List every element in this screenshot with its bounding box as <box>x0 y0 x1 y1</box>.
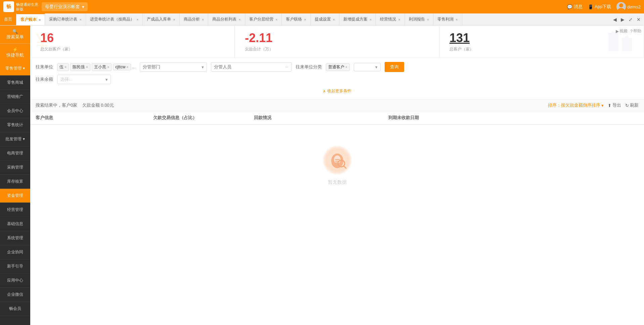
tab-inbound-stats[interactable]: 进货单统计表（按商品） × <box>86 13 143 25</box>
sidebar-item-wechat[interactable]: 企业微信 <box>0 288 30 302</box>
dept-selector[interactable]: 分管部门 ▾ <box>140 62 207 72</box>
tab-close-icon[interactable]: × <box>239 17 241 22</box>
sidebar-item-member[interactable]: 畅会员 <box>0 302 30 316</box>
result-right: 排序：按欠款金额倒序排序 ▾ ⬆ 导出 ↻ 刷新 <box>548 102 639 108</box>
tab-profit-report[interactable]: 利润报告 × <box>405 13 433 25</box>
tab-home[interactable]: 首页 <box>0 13 16 25</box>
svg-text:+: + <box>252 37 257 47</box>
logo-area: 畅 畅捷通好生意 标版 <box>3 1 38 12</box>
tab-prev-arrow[interactable]: ◀ <box>612 16 618 23</box>
tab-close-icon[interactable]: × <box>427 17 429 22</box>
sidebar: 🔍 搜索菜单 ⚡ 快捷导航 零售管理 ▾ 零售商城 营销推广 会员中心 零售统计… <box>0 26 30 325</box>
tab-close-all-icon[interactable]: ✕ <box>635 16 642 23</box>
balance-selector[interactable]: 选择... ▾ <box>57 75 111 84</box>
sidebar-item-operation[interactable]: 经营管理 <box>0 203 30 217</box>
sidebar-item-finance[interactable]: 资金管理 <box>0 189 30 203</box>
help-button[interactable]: ? 帮助 <box>630 28 641 34</box>
sidebar-item-newuser[interactable]: 新手引导 <box>0 259 30 274</box>
sidebar-item-appcenter[interactable]: 应用中心 <box>0 274 30 288</box>
stat-label-total: 总客户（家） <box>449 46 634 52</box>
sidebar-item-marketing[interactable]: 营销推广 <box>0 90 30 104</box>
tab-close-icon[interactable]: × <box>136 17 138 22</box>
help-icon: ? <box>630 29 633 34</box>
tag-close-wu[interactable]: × <box>65 65 67 69</box>
person-more-icon: ··· <box>286 65 289 69</box>
app-download-button[interactable]: 📱 App下载 <box>588 4 611 10</box>
user-avatar[interactable]: demo2 <box>616 2 641 11</box>
tab-close-icon[interactable]: × <box>39 18 41 22</box>
tab-purchase-order[interactable]: 采购订单统计表 × <box>45 13 86 25</box>
sidebar-item-purchase[interactable]: 采购管理 <box>0 160 30 175</box>
sidebar-item-wholesale[interactable]: 批发管理 ▾ <box>0 132 30 146</box>
sidebar-item-member-center[interactable]: 会员中心 <box>0 104 30 118</box>
tab-close-icon[interactable]: × <box>202 17 204 22</box>
person-selector[interactable]: 分管人员 ··· <box>211 62 292 72</box>
tab-close-icon[interactable]: × <box>304 17 306 22</box>
tab-customer-contact[interactable]: 客户联络 × <box>282 13 310 25</box>
tab-new-commission[interactable]: 新增提成方案 × <box>339 13 376 25</box>
tab-label: 商品分析列表 <box>212 16 237 22</box>
tag-close-chen[interactable]: × <box>86 65 88 69</box>
sidebar-item-system[interactable]: 系统管理 <box>0 231 30 245</box>
tag-close-wang[interactable]: × <box>107 65 109 69</box>
refresh-button[interactable]: ↻ 刷新 <box>625 102 639 108</box>
tab-label: 采购订单统计表 <box>49 16 77 22</box>
home-tab-label: 首页 <box>4 16 12 22</box>
dept-dropdown-icon: ▾ <box>202 65 204 70</box>
tab-close-icon[interactable]: × <box>398 17 400 22</box>
video-help-button[interactable]: ▶ 视频 <box>616 28 628 34</box>
refresh-icon: ↻ <box>625 103 629 108</box>
category-selector[interactable]: ▾ <box>354 63 381 71</box>
tab-operation[interactable]: 经营情况 × <box>376 13 404 25</box>
sidebar-item-retail-mall[interactable]: 零售商城 <box>0 76 30 90</box>
tab-retail-profit[interactable]: 零售利润 × <box>433 13 462 25</box>
svg-rect-5 <box>622 38 632 51</box>
collapse-button[interactable]: ∧ 收起更多条件 <box>36 87 639 95</box>
company-selector[interactable]: 母婴行业演示帐套 ▾ <box>42 2 88 11</box>
sort-selector[interactable]: 排序：按欠款金额倒序排序 ▾ <box>548 102 604 108</box>
tab-close-icon[interactable]: × <box>333 17 335 22</box>
table-header: 客户信息 欠款交易信息（占比） 回款情况 到期未收款日期 <box>30 111 644 125</box>
tab-close-icon[interactable]: × <box>275 17 277 22</box>
sidebar-item-inventory[interactable]: 库存核算 <box>0 175 30 189</box>
logo-text: 畅捷通好生意 标版 <box>16 2 38 12</box>
tab-next-arrow[interactable]: ▶ <box>619 16 626 23</box>
sidebar-item-retail-stats[interactable]: 零售统计 <box>0 118 30 132</box>
sidebar-item-collab[interactable]: 企业协同 <box>0 245 30 259</box>
tab-product-analysis[interactable]: 商品分析 × <box>180 13 208 25</box>
tab-close-icon[interactable]: × <box>79 17 81 22</box>
svg-rect-4 <box>608 33 618 51</box>
stat-block-total: 131 总客户（家） <box>439 26 644 58</box>
tab-label: 客户联络 <box>286 16 302 22</box>
filter-row-1: 往来单位 伍 × 陈民强 × 王小亮 × cjttcw <box>36 62 639 72</box>
filter-more-dots[interactable]: ... <box>132 65 136 69</box>
sidebar-item-retail-mgmt[interactable]: 零售管理 ▾ <box>0 62 30 76</box>
col-header-repay: 回款情况 <box>254 115 388 121</box>
sidebar-search[interactable]: 🔍 搜索菜单 <box>0 26 30 43</box>
result-bar: 搜索结果中，客户0家 欠款金额 0.00元 排序：按欠款金额倒序排序 ▾ ⬆ 导… <box>30 100 644 111</box>
avatar <box>616 2 626 11</box>
tab-product-inbound[interactable]: 产成品入库单 × <box>143 13 179 25</box>
tab-maximize-icon[interactable]: ⤢ <box>627 16 634 23</box>
tab-commission-setting[interactable]: 提成设置 × <box>311 13 339 25</box>
filter-tags-category: 普通客户 × <box>326 63 350 71</box>
tab-close-icon[interactable]: × <box>173 17 175 22</box>
chevron-down-icon: ▾ <box>82 4 84 9</box>
filter-tags-unit: 伍 × 陈民强 × 王小亮 × cjttcw × ... <box>57 63 136 71</box>
tab-account-book[interactable]: 客户账本 × <box>16 13 45 25</box>
tab-close-icon[interactable]: × <box>370 17 372 22</box>
tag-close-cjttcw[interactable]: × <box>126 65 128 69</box>
stat-value-total: 131 <box>449 31 634 45</box>
tab-product-analysis-list[interactable]: 商品分析列表 × <box>208 13 245 25</box>
stat-bg-icon: ¥ <box>36 28 49 55</box>
query-button[interactable]: 查询 <box>385 62 404 72</box>
sidebar-quick-nav[interactable]: ⚡ 快捷导航 <box>0 43 30 62</box>
tab-customer-layer[interactable]: 客户分层经营 × <box>245 13 282 25</box>
export-button[interactable]: ⬆ 导出 <box>608 102 621 108</box>
tab-close-icon[interactable]: × <box>456 17 458 22</box>
tag-close-normal[interactable]: × <box>345 65 347 69</box>
sidebar-item-ecommerce[interactable]: 电商管理 <box>0 146 30 160</box>
message-button[interactable]: 💬 消息 <box>567 4 583 10</box>
sidebar-item-basic-info[interactable]: 基础信息 <box>0 217 30 231</box>
stat-label-debt: 欠款合计（万） <box>245 46 429 52</box>
